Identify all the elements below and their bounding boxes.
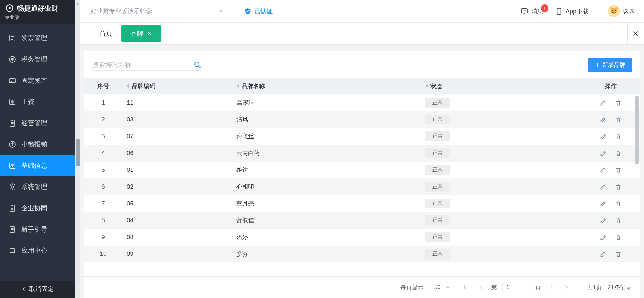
tab-close-button[interactable] — [147, 31, 152, 36]
sidebar-item-9[interactable]: 新手引导 — [0, 219, 75, 240]
cell-index: 7 — [84, 200, 122, 207]
svg-point-18 — [525, 10, 526, 11]
table-row[interactable]: 1009多芬正常 — [84, 246, 640, 262]
delete-button[interactable] — [615, 217, 622, 224]
col-code[interactable]: ▲▼ 品牌编码 — [122, 82, 232, 90]
sidebar-item-5[interactable]: 小畅报销 — [0, 134, 75, 155]
svg-point-25 — [610, 7, 612, 9]
cell-index: 2 — [84, 116, 122, 123]
search-field[interactable] — [92, 59, 202, 71]
last-page-button[interactable] — [562, 283, 571, 292]
app-download-button[interactable]: App下载 — [555, 7, 589, 15]
edit-button[interactable] — [600, 234, 607, 241]
sidebar-item-label: 基础信息 — [21, 161, 47, 170]
edit-button[interactable] — [600, 183, 607, 190]
main: 好业财专业版演示帐套 已认证 消息 1 — [80, 0, 644, 298]
page-number-input[interactable] — [502, 282, 530, 293]
cell-code: 04 — [122, 217, 232, 224]
next-page-button[interactable] — [547, 283, 556, 292]
sidebar-item-label: 应用中心 — [21, 246, 47, 255]
search-icon[interactable] — [193, 61, 202, 69]
cell-status: 正常 — [421, 115, 582, 124]
sidebar-item-10[interactable]: 应用中心 — [0, 240, 75, 261]
delete-button[interactable] — [615, 133, 622, 140]
sidebar-item-7[interactable]: 系统管理 — [0, 176, 75, 198]
sidebar: 畅捷通好业财 专业版 发票管理税务管理固定资产工资经营管理小畅报销基础信息系统管… — [0, 0, 75, 298]
svg-point-20 — [559, 13, 559, 14]
delete-button[interactable] — [615, 116, 622, 123]
add-brand-button[interactable]: 新增品牌 — [588, 58, 632, 72]
svg-rect-14 — [10, 249, 15, 253]
tenant-selector[interactable]: 好业财专业版演示帐套 — [90, 7, 228, 15]
sidebar-item-1[interactable]: 税务管理 — [0, 49, 75, 70]
edit-button[interactable] — [600, 133, 607, 140]
cell-status: 正常 — [421, 98, 582, 108]
edit-button[interactable] — [600, 217, 607, 224]
delete-button[interactable] — [615, 183, 622, 190]
edit-button[interactable] — [600, 167, 607, 174]
col-name[interactable]: ▲▼ 品牌名称 — [232, 82, 421, 90]
cell-index: 9 — [84, 234, 122, 241]
prev-page-button[interactable] — [476, 283, 486, 292]
search-input[interactable] — [92, 61, 193, 69]
cell-ops — [582, 234, 640, 241]
sidebar-mini-scroll[interactable] — [75, 0, 80, 298]
svg-point-10 — [11, 186, 14, 188]
table-row[interactable]: 406云南白药正常 — [84, 145, 640, 162]
table-row[interactable]: 111高露洁正常 — [84, 94, 640, 111]
col-name-label: 品牌名称 — [242, 82, 265, 90]
delete-button[interactable] — [615, 150, 622, 157]
messages-badge: 1 — [541, 4, 548, 12]
edit-button[interactable] — [600, 251, 607, 258]
table-body[interactable]: 111高露洁正常203清风正常307海飞丝正常406云南白药正常501维达正常6… — [84, 94, 640, 276]
col-code-label: 品牌编码 — [132, 82, 155, 90]
sidebar-scroll-thumb[interactable] — [76, 139, 80, 166]
col-status[interactable]: ▲▼ 状态 — [421, 82, 582, 90]
table-scrollbar[interactable] — [635, 96, 639, 164]
edit-button[interactable] — [600, 150, 607, 157]
sidebar-scroll[interactable]: 发票管理税务管理固定资产工资经营管理小畅报销基础信息系统管理企业协同新手引导应用… — [0, 24, 75, 281]
status-badge: 正常 — [425, 115, 450, 124]
tabs-close-all[interactable] — [627, 23, 644, 44]
delete-button[interactable] — [615, 251, 622, 258]
tab-brand[interactable]: 品牌 — [121, 25, 161, 42]
sidebar-item-3[interactable]: 工资 — [0, 91, 75, 112]
first-page-button[interactable] — [461, 283, 471, 292]
svg-rect-3 — [9, 79, 15, 83]
table-row[interactable]: 602心相印正常 — [84, 178, 640, 195]
table-row[interactable]: 705蓝月亮正常 — [84, 195, 640, 212]
table-row[interactable]: 501维达正常 — [84, 162, 640, 178]
edit-button[interactable] — [600, 99, 607, 106]
delete-button[interactable] — [615, 200, 622, 207]
mobile-icon — [555, 7, 563, 15]
status-badge: 正常 — [425, 249, 450, 259]
unpin-button[interactable]: 取消固定 — [0, 281, 75, 298]
sidebar-item-6[interactable]: 基础信息 — [0, 155, 75, 176]
cell-index: 6 — [84, 183, 122, 190]
cell-ops — [582, 116, 640, 123]
cell-name: 蓝月亮 — [232, 200, 421, 207]
delete-button[interactable] — [615, 234, 622, 241]
expense-icon — [8, 140, 16, 148]
edit-button[interactable] — [600, 116, 607, 123]
table-row[interactable]: 203清风正常 — [84, 111, 640, 128]
table-row[interactable]: 804舒肤佳正常 — [84, 212, 640, 229]
sidebar-item-4[interactable]: 经营管理 — [0, 112, 75, 134]
tab-home[interactable]: 首页 — [90, 25, 121, 42]
delete-button[interactable] — [615, 167, 622, 174]
pagination-summary: 共1页，21条记录 — [587, 284, 632, 291]
cell-code: 02 — [122, 183, 232, 190]
plus-icon — [595, 62, 600, 68]
edit-button[interactable] — [600, 200, 607, 207]
delete-button[interactable] — [615, 99, 622, 106]
svg-point-24 — [615, 10, 616, 11]
sidebar-item-0[interactable]: 发票管理 — [0, 27, 75, 49]
page-size-select[interactable]: 50 — [429, 282, 455, 293]
messages-button[interactable]: 消息 1 — [520, 7, 544, 15]
topbar: 好业财专业版演示帐套 已认证 消息 1 — [80, 0, 644, 23]
sidebar-item-2[interactable]: 固定资产 — [0, 70, 75, 91]
sidebar-item-8[interactable]: 企业协同 — [0, 198, 75, 219]
table-row[interactable]: 908潘婷正常 — [84, 229, 640, 246]
user-menu[interactable]: 珠珠 — [599, 5, 635, 17]
table-row[interactable]: 307海飞丝正常 — [84, 128, 640, 145]
